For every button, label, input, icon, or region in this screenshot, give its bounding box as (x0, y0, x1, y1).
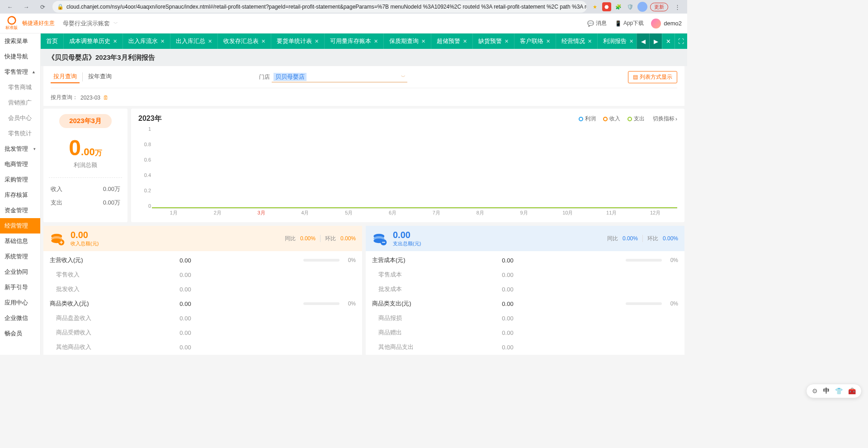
tab[interactable]: 保质期查询✕ (384, 33, 431, 49)
app-download-link[interactable]: 📱App下载 (615, 19, 644, 27)
sidebar-item[interactable]: 会员中心 (0, 110, 40, 126)
sidebar-item[interactable]: 经营管理 (0, 218, 40, 234)
panel-row: 商品受赠收入0.00 (50, 325, 356, 340)
sidebar-item[interactable]: 库存核算 (0, 187, 40, 203)
chart-legend: 利润收入支出 (579, 115, 645, 123)
tabs-scroll-left[interactable]: ◀ (637, 33, 649, 49)
sidebar-item[interactable]: 畅会员 (0, 326, 40, 341)
data-line (152, 207, 677, 208)
close-icon[interactable]: ✕ (546, 38, 550, 44)
sidebar-item[interactable]: 批发管理▾ (0, 141, 40, 157)
ext-icon-3[interactable]: 🛡️ (626, 2, 635, 11)
panel-row: 其他商品收入0.00 (50, 340, 356, 354)
messages-link[interactable]: 💬消息 (587, 19, 607, 27)
tab[interactable]: 经营情况✕ (556, 33, 598, 49)
tab-by-month[interactable]: 按月查询 (51, 71, 80, 83)
sidebar-item[interactable]: 电商管理 (0, 157, 40, 172)
legend-item[interactable]: 收入 (603, 115, 620, 123)
panel-row: 商品类收入(元)0.000% (50, 296, 356, 311)
tenant-select[interactable]: 母婴行业演示账套 ﹀ (61, 19, 120, 29)
panel-row: 其他商品支出0.00 (372, 340, 678, 354)
forward-button[interactable]: → (20, 0, 33, 13)
user-avatar[interactable] (651, 19, 661, 29)
income-amount: 0.00 (71, 230, 99, 240)
tab[interactable]: 收发存汇总表✕ (218, 33, 271, 49)
brand-name: 畅捷通好生意 (22, 19, 55, 27)
tabs-fullscreen[interactable]: ⛶ (675, 33, 687, 49)
close-icon[interactable]: ✕ (374, 38, 378, 44)
update-button[interactable]: 更新 (650, 3, 668, 11)
sidebar-item[interactable]: 搜索菜单 (0, 33, 40, 49)
panel-row: 主营收入(元)0.000% (50, 253, 356, 267)
tab[interactable]: 首页 (41, 33, 64, 49)
income-title: 收入总额(元) (71, 240, 99, 247)
tab-by-year[interactable]: 按年查询 (85, 71, 114, 83)
calendar-icon[interactable]: 🗓 (103, 95, 108, 101)
close-icon[interactable]: ✕ (315, 38, 319, 44)
switch-indicator[interactable]: 切换指标 › (653, 115, 677, 123)
close-icon[interactable]: ✕ (588, 38, 592, 44)
brand: 标准版 (5, 16, 18, 31)
tab[interactable]: 利润报告✕ (598, 33, 637, 49)
close-icon[interactable]: ✕ (208, 38, 212, 44)
close-icon[interactable]: ✕ (505, 38, 509, 44)
url-bar[interactable]: 🔒 cloud.chanjet.com/nsy/u4oor/4uaqxn/ior… (52, 1, 587, 13)
sidebar-item[interactable]: 企业协同 (0, 264, 40, 280)
menu-icon[interactable]: ⋮ (671, 0, 684, 13)
sidebar-item[interactable]: 零售商城 (0, 80, 40, 95)
back-button[interactable]: ← (4, 0, 16, 13)
sidebar-item[interactable]: 应用中心 (0, 295, 40, 310)
close-icon[interactable]: ✕ (421, 38, 425, 44)
panel-row: 商品报损0.00 (372, 311, 678, 325)
close-icon[interactable]: ✕ (629, 38, 633, 44)
close-icon[interactable]: ✕ (113, 38, 117, 44)
expense-body: 主营成本(元)0.000%零售成本0.00批发成本0.00商品类支出(元)0.0… (366, 251, 684, 355)
store-label: 门店 (259, 73, 270, 81)
expense-amount: 0.00 (393, 230, 421, 240)
tab[interactable]: 要货单统计表✕ (271, 33, 325, 49)
filter-bar: 按月查询 按年查询 门店 贝贝母婴店 ﹀ ▤ 列表方式显示 按月查询： (43, 66, 684, 106)
close-icon[interactable]: ✕ (160, 38, 165, 44)
tab[interactable]: 出入库汇总✕ (170, 33, 218, 49)
sidebar-item[interactable]: 企业微信 (0, 310, 40, 326)
store-select[interactable]: 门店 贝贝母婴店 ﹀ (259, 72, 407, 82)
tab[interactable]: 缺货预警✕ (473, 33, 514, 49)
summary-income-row: 收入 0.00万 (49, 182, 122, 196)
bookmark-icon[interactable]: ★ (590, 2, 599, 11)
plot-area (152, 129, 677, 209)
sidebar-item[interactable]: 基础信息 (0, 234, 40, 249)
profile-avatar[interactable] (637, 2, 647, 12)
sidebar-item[interactable]: 快捷导航 (0, 49, 40, 64)
chart-title: 2023年 (138, 114, 162, 124)
close-icon[interactable]: ✕ (463, 38, 467, 44)
chevron-right-icon: › (675, 116, 677, 122)
tab[interactable]: 超储预警✕ (431, 33, 473, 49)
close-icon[interactable]: ✕ (261, 38, 265, 44)
tabs-close-all[interactable]: ✕ (662, 33, 675, 49)
panel-row: 零售收入0.00 (50, 267, 356, 282)
sidebar-item[interactable]: 新手引导 (0, 280, 40, 295)
sidebar-item[interactable]: 系统管理 (0, 249, 40, 264)
ext-icon-2[interactable]: 🧩 (614, 2, 623, 11)
list-mode-button[interactable]: ▤ 列表方式显示 (628, 71, 677, 83)
tab[interactable]: 成本调整单历史✕ (64, 33, 123, 49)
expense-header: 0.00 支出总额(元) 同比 0.00% 环比 0.00% (366, 226, 684, 251)
legend-item[interactable]: 支出 (627, 115, 645, 123)
sidebar-item[interactable]: 资金管理 (0, 203, 40, 218)
tab[interactable]: 客户联络✕ (514, 33, 556, 49)
legend-item[interactable]: 利润 (579, 115, 596, 123)
reload-button[interactable]: ⟳ (36, 0, 49, 13)
tabs-scroll-right[interactable]: ▶ (649, 33, 662, 49)
tab[interactable]: 出入库流水✕ (123, 33, 170, 49)
sidebar-item[interactable]: 零售统计 (0, 126, 40, 141)
panel-row: 商品盘盈收入0.00 (50, 311, 356, 325)
extensions: ★ ⬣ 🧩 🛡️ 更新 ⋮ (590, 0, 684, 13)
sidebar-item[interactable]: 采购管理 (0, 172, 40, 187)
y-axis: 10.80.60.40.20 (138, 126, 151, 209)
tab[interactable]: 可用量库存账本✕ (325, 33, 384, 49)
ext-icon-1[interactable]: ⬣ (602, 2, 611, 11)
profit-total-label: 利润总额 (74, 161, 97, 169)
url-text: cloud.chanjet.com/nsy/u4oor/4uaqxn/ioreS… (66, 4, 587, 10)
sidebar-item[interactable]: 营销推广 (0, 95, 40, 110)
sidebar-item[interactable]: 零售管理▲ (0, 64, 40, 80)
